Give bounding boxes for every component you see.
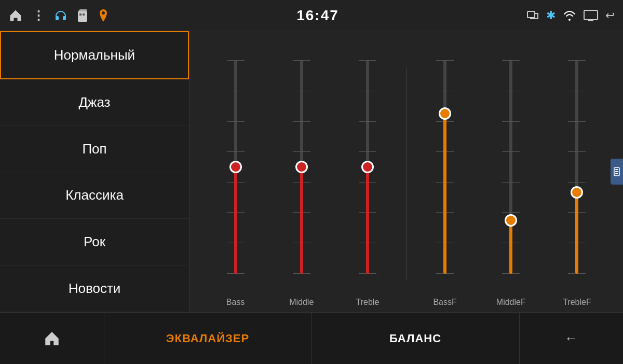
sidebar-item-news[interactable]: Новости (0, 265, 189, 312)
wifi-icon[interactable] (563, 10, 576, 21)
slider-middle[interactable]: Middle (271, 41, 332, 307)
location-icon[interactable] (98, 8, 109, 23)
bottom-bar: ЭКВАЛАЙЗЕР БАЛАНС ← (0, 312, 623, 364)
bottom-home-button[interactable] (0, 313, 104, 364)
bluetooth-icon[interactable]: ✱ (546, 9, 556, 22)
sdcard-icon[interactable] (77, 8, 88, 23)
slider-treblef-label: TrebleF (563, 298, 591, 307)
status-bar: ⋮ 16:47 ✱ (0, 0, 623, 31)
svg-rect-1 (79, 13, 82, 16)
sidebar-item-classic[interactable]: Классика (0, 172, 189, 219)
slider-bass-track[interactable] (205, 41, 266, 292)
slider-middle-track[interactable] (271, 41, 332, 292)
slider-bass-label: Bass (226, 298, 245, 307)
slider-treblef-track[interactable] (547, 41, 607, 292)
more-icon[interactable]: ⋮ (32, 8, 45, 23)
svg-rect-3 (527, 11, 535, 18)
svg-rect-4 (584, 10, 598, 20)
bottom-back-button[interactable]: ← (520, 313, 624, 364)
side-button[interactable] (611, 159, 623, 185)
slider-middlef-label: MiddleF (496, 298, 526, 307)
bottom-equalizer-button[interactable]: ЭКВАЛАЙЗЕР (104, 313, 312, 364)
svg-rect-0 (78, 11, 87, 22)
screen-icon[interactable] (584, 10, 598, 21)
cast-icon[interactable] (526, 10, 539, 21)
slider-treble-label: Treble (356, 298, 380, 307)
back-topbar-icon[interactable]: ↩ (605, 9, 615, 22)
slider-middlef-track[interactable] (481, 41, 541, 292)
status-left-icons: ⋮ (8, 8, 109, 23)
slider-treble[interactable]: Treble (337, 41, 398, 307)
clock: 16:47 (296, 7, 339, 24)
sidebar-item-jazz[interactable]: Джаз (0, 79, 189, 126)
slider-bassf[interactable]: BassF (415, 41, 476, 307)
slider-treblef[interactable]: TrebleF (547, 41, 607, 307)
sliders-container: Bass Middle (205, 41, 607, 307)
svg-rect-7 (615, 171, 618, 172)
equalizer-panel: Bass Middle (189, 31, 623, 312)
headphones-icon[interactable] (54, 10, 67, 21)
slider-treble-track[interactable] (337, 41, 398, 292)
slider-separator (406, 68, 407, 281)
svg-rect-2 (83, 13, 85, 16)
svg-rect-8 (615, 173, 618, 174)
sidebar-item-rock[interactable]: Рок (0, 219, 189, 265)
main-content: Нормальный Джаз Поп Классика Рок Новости (0, 31, 623, 312)
slider-middlef[interactable]: MiddleF (481, 41, 541, 307)
svg-rect-6 (615, 169, 618, 170)
status-right-icons: ✱ ↩ (526, 9, 615, 22)
slider-bass[interactable]: Bass (205, 41, 266, 307)
home-icon[interactable] (8, 8, 23, 23)
slider-bassf-label: BassF (433, 298, 456, 307)
bottom-balance-button[interactable]: БАЛАНС (312, 313, 520, 364)
slider-middle-label: Middle (289, 298, 314, 307)
sidebar-item-pop[interactable]: Поп (0, 126, 189, 173)
sidebar: Нормальный Джаз Поп Классика Рок Новости (0, 31, 189, 312)
sidebar-item-normal[interactable]: Нормальный (0, 31, 189, 79)
slider-bassf-track[interactable] (415, 41, 476, 292)
